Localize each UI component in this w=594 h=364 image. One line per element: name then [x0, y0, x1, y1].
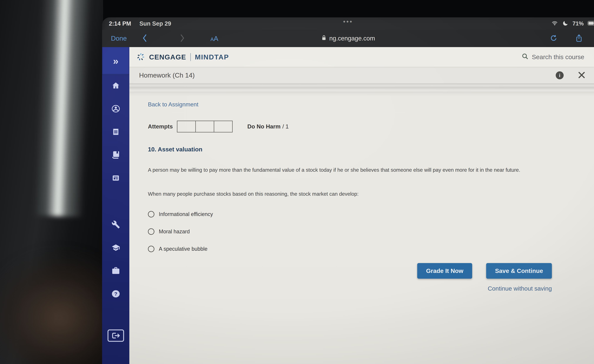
- back-button[interactable]: [142, 33, 148, 43]
- safari-toolbar: Done A A ng.cengage.com: [102, 30, 594, 47]
- activity-title: Homework (Ch 14): [139, 72, 195, 79]
- sidebar-item-home[interactable]: [110, 81, 121, 91]
- attempt-box: [214, 121, 233, 132]
- brand-mindtap: MINDTAP: [195, 53, 229, 61]
- double-chevron-icon: »: [113, 56, 118, 66]
- mindtap-header: CENGAGE MINDTAP Search this course: [129, 47, 594, 67]
- profile-icon: [111, 104, 120, 114]
- wifi-icon: [551, 20, 558, 27]
- attempts-row: Attempts Do No Harm/ 1: [148, 121, 552, 132]
- lock-icon: [321, 34, 327, 43]
- radio-button-unselected[interactable]: [148, 228, 154, 235]
- attempts-boxes: [177, 121, 233, 132]
- answer-options: Informational efficiency Moral hazard A …: [148, 211, 552, 252]
- save-continue-button[interactable]: Save & Continue: [486, 263, 552, 279]
- score-denominator: / 1: [282, 123, 289, 130]
- forward-button[interactable]: [179, 33, 185, 43]
- battery-icon: [587, 21, 594, 26]
- photo-background: 2:14 PM Sun Sep 29 ••• 71% Done: [0, 0, 594, 364]
- assignment-name: Do No Harm: [247, 123, 281, 130]
- continue-without-saving-link[interactable]: Continue without saving: [148, 285, 552, 292]
- share-icon[interactable]: [575, 33, 583, 43]
- receipt-icon: [112, 128, 120, 137]
- close-button[interactable]: [578, 71, 586, 79]
- radio-button-unselected[interactable]: [148, 211, 154, 217]
- option-label: Moral hazard: [159, 228, 190, 235]
- question-panel: Back to Assignment Attempts Do No Harm/ …: [129, 95, 594, 364]
- date: Sun Sep 29: [139, 20, 171, 27]
- search-label: Search this course: [532, 53, 584, 61]
- answer-option[interactable]: A speculative bubble: [148, 246, 552, 252]
- info-icon: i: [559, 73, 560, 78]
- briefcase-icon: [112, 266, 120, 276]
- book-icon: [111, 150, 120, 160]
- brand-cengage: CENGAGE: [149, 53, 186, 61]
- photo-light-streak: [34, 0, 92, 217]
- cengage-logo[interactable]: [137, 52, 146, 62]
- question-title: 10. Asset valuation: [148, 146, 552, 153]
- search-course[interactable]: Search this course: [521, 53, 584, 61]
- reader-options-button[interactable]: A A: [210, 34, 218, 43]
- question-prompt: When many people purchase stocks based o…: [148, 191, 552, 197]
- sidebar-expand-button[interactable]: »: [102, 47, 129, 75]
- ipad-screen: 2:14 PM Sun Sep 29 ••• 71% Done: [102, 17, 594, 364]
- status-right: 71%: [551, 17, 594, 30]
- mindtap-sidebar: »: [102, 47, 129, 364]
- reader-a-small: A: [210, 37, 214, 42]
- brand-divider: [190, 53, 191, 61]
- status-bar: 2:14 PM Sun Sep 29 ••• 71%: [102, 17, 594, 30]
- option-label: Informational efficiency: [159, 211, 213, 217]
- graduation-cap-icon: [111, 243, 120, 253]
- back-to-assignment-link[interactable]: Back to Assignment: [148, 101, 198, 108]
- pages-indicator-icon[interactable]: •••: [343, 18, 353, 25]
- sidebar-item-profile[interactable]: [110, 104, 121, 114]
- grade-it-now-button[interactable]: Grade It Now: [417, 263, 472, 279]
- url-text: ng.cengage.com: [329, 35, 375, 42]
- wrench-icon: [112, 220, 120, 229]
- assignment-score: Do No Harm/ 1: [247, 123, 289, 130]
- clock: 2:14 PM: [109, 20, 131, 27]
- address-bar[interactable]: ng.cengage.com: [321, 34, 375, 43]
- question-paragraph: A person may be willing to pay more than…: [148, 163, 552, 176]
- reader-a-large: A: [214, 34, 218, 43]
- logout-icon: [107, 329, 124, 343]
- answer-option[interactable]: Moral hazard: [148, 228, 552, 235]
- sidebar-item-tools[interactable]: [110, 220, 121, 230]
- sidebar-item-ebook[interactable]: [110, 150, 121, 161]
- sidebar-item-career[interactable]: [110, 266, 121, 276]
- attempts-label: Attempts: [148, 123, 173, 130]
- main-panel: CENGAGE MINDTAP Search this course Homew…: [129, 47, 594, 364]
- home-icon: [112, 81, 120, 91]
- focus-moon-icon: [562, 20, 569, 27]
- answer-option[interactable]: Informational efficiency: [148, 211, 552, 217]
- article-icon: [111, 174, 120, 183]
- help-icon: ?: [111, 289, 120, 299]
- sidebar-item-school[interactable]: [110, 243, 121, 253]
- action-buttons: Grade It Now Save & Continue: [148, 263, 552, 279]
- collapsed-header-strip: [129, 84, 594, 95]
- sidebar-item-help[interactable]: ?: [110, 289, 121, 299]
- battery-percent: 71%: [573, 20, 584, 27]
- radio-button-unselected[interactable]: [148, 246, 154, 252]
- sidebar-item-news[interactable]: [110, 173, 121, 184]
- activity-title-bar: Homework (Ch 14) i: [129, 67, 594, 84]
- sidebar-item-assignments[interactable]: [110, 127, 121, 137]
- sidebar-item-logout[interactable]: [107, 329, 125, 343]
- attempt-box: [196, 121, 214, 132]
- reload-icon[interactable]: [550, 34, 557, 43]
- svg-text:?: ?: [114, 291, 117, 297]
- status-left: 2:14 PM Sun Sep 29: [102, 20, 171, 27]
- toolbar-right: [550, 33, 583, 43]
- done-button[interactable]: Done: [102, 35, 127, 42]
- attempt-box: [177, 121, 196, 132]
- web-content: »: [102, 47, 594, 364]
- info-button[interactable]: i: [556, 71, 564, 79]
- search-icon: [521, 53, 529, 61]
- option-label: A speculative bubble: [159, 246, 207, 252]
